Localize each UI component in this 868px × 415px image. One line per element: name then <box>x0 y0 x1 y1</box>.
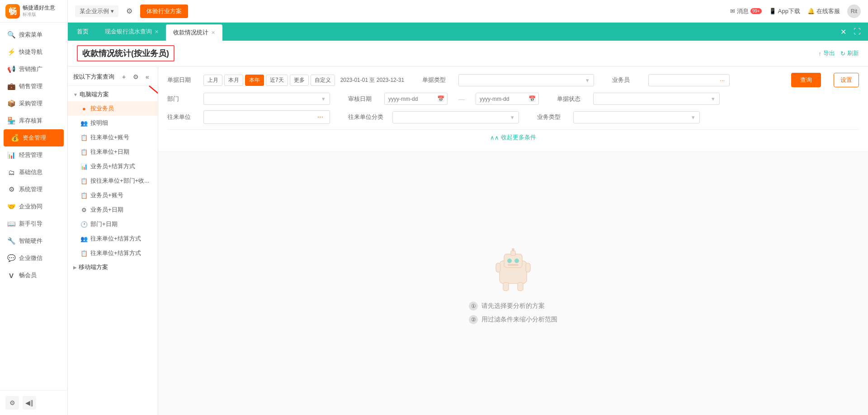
scheme-item-partner-dept[interactable]: 📋 按往来单位+部门+收... <box>68 174 158 188</box>
sidebar-item-label: 快捷导航 <box>19 48 42 56</box>
date-btn-this-year[interactable]: 本年 <box>245 75 264 86</box>
scheme-item-partner-settlement1[interactable]: 👥 往来单位+结算方式 <box>68 231 158 246</box>
audit-date-from: 📅 <box>384 93 448 105</box>
collapse-panel-btn[interactable]: « <box>142 72 152 82</box>
tab-expand-btn[interactable]: ⛶ <box>852 26 863 38</box>
user-name: Rit <box>851 8 858 14</box>
collapse-more-btn[interactable]: ∧∧ 收起更多条件 <box>167 129 859 145</box>
tab-home[interactable]: 首页 <box>68 23 98 41</box>
tab-receipt-stats[interactable]: 收款情况统计 ✕ <box>166 24 222 41</box>
date-btn-this-month[interactable]: 本月 <box>224 75 243 86</box>
top-bar-right: ✉ 消息 99+ 📱 App下载 🔔 在线客服 Rit <box>730 5 861 18</box>
tab-cash-flow-close[interactable]: ✕ <box>155 29 159 35</box>
refresh-label: 刷新 <box>847 49 859 57</box>
trial-industry-btn[interactable]: 体验行业方案 <box>140 5 188 18</box>
sidebar-item-operations[interactable]: 📊 经营管理 <box>0 146 67 164</box>
footer-collapse-btn[interactable]: ◀‖ <box>23 396 36 410</box>
filter-area: 单据日期 上月 本月 本年 近7天 更多 自定义 2023-01-01 至 20… <box>158 66 868 152</box>
page-content: 收款情况统计(按业务员) ↑ 导出 ↻ 刷新 按以下方案查询 + <box>68 41 868 415</box>
export-btn[interactable]: ↑ 导出 <box>819 49 835 57</box>
tab-receipt-stats-close[interactable]: ✕ <box>211 30 215 36</box>
sidebar-item-purchase[interactable]: 📦 采购管理 <box>0 95 67 112</box>
sidebar-item-search[interactable]: 🔍 搜索菜单 <box>0 26 67 43</box>
calendar-icon-from[interactable]: 📅 <box>434 93 447 104</box>
sidebar-item-basic[interactable]: 🗂 基础信息 <box>0 164 67 181</box>
scheme-item-salesperson-account[interactable]: 📋 业务员+账号 <box>68 188 158 203</box>
settings-action-btn[interactable]: 设置 <box>834 73 859 87</box>
scheme-item-salesperson[interactable]: ● 按业务员 <box>68 101 158 116</box>
svg-rect-11 <box>511 251 515 255</box>
sidebar-item-quicknav[interactable]: ⚡ 快捷导航 <box>0 43 67 61</box>
message-badge: 99+ <box>750 8 762 14</box>
inventory-icon: 🏪 <box>7 117 15 125</box>
add-scheme-btn[interactable]: + <box>119 72 129 82</box>
voucher-status-select[interactable]: ▾ <box>593 93 720 105</box>
business-type-select[interactable]: ▾ <box>573 111 700 123</box>
sidebar-item-member[interactable]: V 畅会员 <box>0 267 67 284</box>
sidebar-item-hardware[interactable]: 🔧 智能硬件 <box>0 232 67 250</box>
mobile-group[interactable]: ▶ 移动端方案 <box>68 260 158 274</box>
date-btn-custom[interactable]: 自定义 <box>311 75 335 86</box>
calendar-icon-to[interactable]: 📅 <box>526 93 538 104</box>
tab-cash-flow-label: 现金银行流水查询 <box>105 28 152 36</box>
tab-close-all-btn[interactable]: ✕ <box>839 26 848 38</box>
search-nav-icon: 🔍 <box>7 31 15 39</box>
filter-row-1: 单据日期 上月 本月 本年 近7天 更多 自定义 2023-01-01 至 20… <box>167 73 859 87</box>
refresh-btn[interactable]: ↻ 刷新 <box>840 49 859 57</box>
workspace-settings-btn[interactable]: ⚙ <box>122 4 137 19</box>
scheme-item-salesperson-date[interactable]: ⚙ 业务员+日期 <box>68 203 158 217</box>
scheme-item-partner-settlement2[interactable]: 📋 往来单位+结算方式 <box>68 246 158 260</box>
counterpart-ellipsis[interactable]: ··· <box>316 113 325 121</box>
app-download-action[interactable]: 📱 App下载 <box>769 7 800 15</box>
date-btn-more[interactable]: 更多 <box>290 75 309 86</box>
counterpart-cat-chevron: ▾ <box>511 114 514 121</box>
service-icon: 🔔 <box>807 8 815 14</box>
empty-steps: ① 请先选择要分析的方案 ② 用过滤条件来缩小分析范围 <box>469 302 557 329</box>
sidebar-item-label: 采购管理 <box>19 99 42 108</box>
sidebar-item-sales[interactable]: 💼 销售管理 <box>0 78 67 95</box>
export-icon: ↑ <box>819 50 822 57</box>
audit-date-to-input[interactable] <box>476 94 526 104</box>
collapse-chevron: ∧∧ <box>490 134 499 141</box>
user-avatar[interactable]: Rit <box>847 5 861 18</box>
scheme-item-salesperson-settlement[interactable]: 📊 业务员+结算方式 <box>68 159 158 174</box>
audit-date-from-input[interactable] <box>385 94 434 104</box>
date-btn-7days[interactable]: 近7天 <box>266 75 288 86</box>
left-panel-actions: + ⚙ « <box>119 72 152 82</box>
scheme-item-dept-date[interactable]: 🕐 部门+日期 <box>68 217 158 231</box>
scheme-item-partner-account[interactable]: 📋 往来单位+账号 <box>68 130 158 145</box>
workspace-selector[interactable]: 某企业示例 ▾ <box>75 5 118 17</box>
message-action[interactable]: ✉ 消息 99+ <box>730 7 762 15</box>
sidebar-item-marketing[interactable]: 📢 营销推广 <box>0 61 67 78</box>
sidebar-item-system[interactable]: ⚙ 系统管理 <box>0 181 67 198</box>
department-select[interactable]: ▾ <box>203 93 330 105</box>
query-btn[interactable]: 查询 <box>791 73 821 87</box>
business-type-label: 业务类型 <box>537 113 564 121</box>
svg-rect-6 <box>508 264 519 266</box>
sidebar-item-finance[interactable]: 💰 资金管理 <box>4 129 64 146</box>
sidebar-item-wechat[interactable]: 💬 企业微信 <box>0 250 67 267</box>
counterpart-label: 往来单位 <box>167 113 194 121</box>
scheme-item-detail[interactable]: 👥 按明细 <box>68 116 158 130</box>
scheme-item-label: 业务员+账号 <box>90 191 123 199</box>
voucher-type-select[interactable]: ▾ <box>458 74 594 86</box>
salesperson-account-icon: 📋 <box>80 192 88 199</box>
date-btn-last-month[interactable]: 上月 <box>203 75 222 86</box>
scheme-settings-btn[interactable]: ⚙ <box>131 72 141 82</box>
online-service-action[interactable]: 🔔 在线客服 <box>807 7 840 15</box>
sidebar-item-inventory[interactable]: 🏪 库存核算 <box>0 112 67 129</box>
sidebar-item-collab[interactable]: 🤝 企业协同 <box>0 198 67 215</box>
sidebar-item-label: 资金管理 <box>23 134 46 142</box>
desktop-group[interactable]: ▼ 电脑端方案 <box>68 88 158 101</box>
scheme-item-partner-date[interactable]: 📋 往来单位+日期 <box>68 145 158 159</box>
quicknav-icon: ⚡ <box>7 48 15 56</box>
sidebar-item-guide[interactable]: 📖 新手引导 <box>0 215 67 232</box>
counterpart-select[interactable]: ··· <box>203 110 330 124</box>
salesperson-select[interactable]: ··· <box>648 74 730 86</box>
counterpart-category-select[interactable]: ▾ <box>392 111 519 123</box>
scheme-tree: ▼ 电脑端方案 ● 按业务员 👥 按明细 📋 往来单位+账号 <box>68 86 158 276</box>
footer-settings-btn[interactable]: ⚙ <box>5 396 19 410</box>
tab-cash-flow[interactable]: 现金银行流水查询 ✕ <box>98 23 166 41</box>
partner-date-icon: 📋 <box>80 148 88 156</box>
scheme-item-label: 往来单位+结算方式 <box>90 249 141 257</box>
